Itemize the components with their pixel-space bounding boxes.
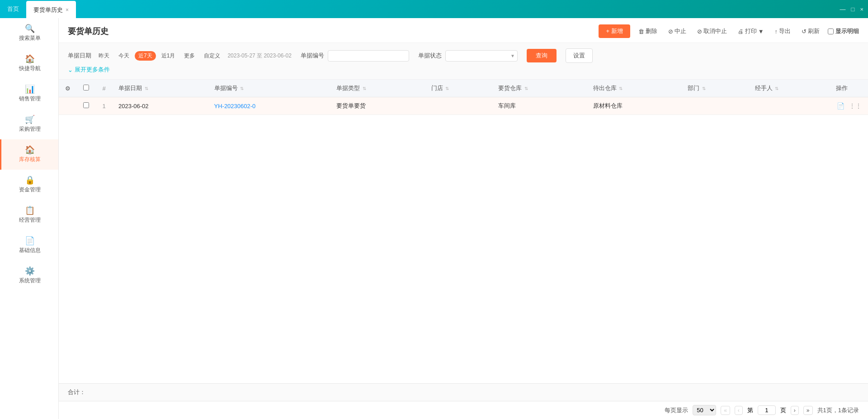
date-1month[interactable]: 近1月 — [158, 51, 179, 61]
doc-number-filter-group: 单据编号 — [301, 50, 409, 62]
lock-icon: 🔒 — [25, 176, 35, 184]
date-filters: 昨天 今天 近7天 近1月 更多 自定义 — [95, 51, 224, 61]
th-doc-date[interactable]: 单据日期 ⇅ — [113, 80, 209, 97]
header-actions: + 新增 🗑 删除 ⊘ 中止 ⊘ 取消中止 🖨 打印 ▼ — [599, 24, 859, 38]
page-label: 第 — [747, 406, 753, 414]
th-pending-warehouse[interactable]: 待出仓库 ⇅ — [588, 80, 682, 97]
table-head: ⚙ # 单据日期 ⇅ 单据编号 ⇅ — [59, 80, 868, 97]
sidebar-item-inventory[interactable]: 🏠 库存核算 — [0, 139, 58, 170]
row-more-icon[interactable]: ⋮⋮ — [848, 101, 863, 110]
td-num: 1 — [95, 97, 113, 115]
prev-page-btn[interactable]: ‹ — [735, 406, 743, 415]
page-size-select[interactable]: 20 50 100 — [693, 405, 716, 415]
page-size-label: 每页显示 — [665, 406, 688, 414]
expand-chevron-icon: ⌄ — [68, 67, 73, 73]
td-req-warehouse: 车间库 — [493, 97, 587, 115]
sidebar-item-finance[interactable]: 🔒 资金管理 — [0, 170, 58, 200]
th-doc-number[interactable]: 单据编号 ⇅ — [209, 80, 331, 97]
th-store[interactable]: 门店 ⇅ — [426, 80, 493, 97]
filter-bar: 单据日期 昨天 今天 近7天 近1月 更多 自定义 2023-05-27 至 2… — [59, 43, 868, 80]
sidebar-item-purchase[interactable]: 🛒 采购管理 — [0, 109, 58, 139]
td-checkbox — [77, 97, 95, 115]
export-button[interactable]: ↑ 导出 — [772, 26, 794, 37]
tab-home-label: 首页 — [7, 5, 19, 13]
sort-doc-date-icon: ⇅ — [145, 86, 148, 91]
th-checkbox — [77, 80, 95, 97]
td-handler — [750, 97, 830, 115]
table-body: 1 2023-06-02 YH-20230602-0 要货单要货 车间库 原材料… — [59, 97, 868, 115]
top-bar-right: — □ × — [840, 6, 868, 13]
top-bar-tabs: 首页 要货单历史 × — [0, 0, 840, 18]
sidebar-item-shortcut[interactable]: 🏠 快捷导航 — [0, 48, 58, 79]
td-doc-type: 要货单要货 — [331, 97, 425, 115]
doc-number-label: 单据编号 — [301, 52, 324, 60]
pagination-bar: 每页显示 20 50 100 « ‹ 第 页 › » 共1页，1条记录 — [59, 401, 868, 419]
expand-more-conditions[interactable]: ⌄ 展开更多条件 — [68, 66, 859, 74]
window-maximize-btn[interactable]: □ — [851, 6, 855, 13]
display-detail-toggle[interactable]: 显示明细 — [828, 27, 859, 35]
window-minimize-btn[interactable]: — — [840, 6, 846, 13]
sidebar-item-search[interactable]: 🔍 搜索菜单 — [0, 18, 58, 48]
page-header: 要货单历史 + 新增 🗑 删除 ⊘ 中止 ⊘ 取消中止 🖨 打印 — [59, 18, 868, 43]
last-page-btn[interactable]: » — [803, 406, 813, 415]
td-doc-number[interactable]: YH-20230602-0 — [209, 97, 331, 115]
row-checkbox[interactable] — [83, 102, 89, 108]
sort-req-warehouse-icon: ⇅ — [524, 86, 528, 91]
sidebar-label-operation: 经营管理 — [19, 216, 41, 224]
date-custom[interactable]: 自定义 — [200, 51, 224, 61]
table-footer: 合计： — [59, 383, 868, 401]
total-info: 共1页，1条记录 — [817, 406, 859, 414]
td-pending-warehouse: 原材料仓库 — [588, 97, 682, 115]
doc-number-link[interactable]: YH-20230602-0 — [214, 103, 256, 110]
sidebar-label-search: 搜索菜单 — [19, 34, 41, 42]
stop-button[interactable]: ⊘ 中止 — [665, 26, 689, 37]
first-page-btn[interactable]: « — [721, 406, 730, 415]
sidebar-item-system[interactable]: ⚙️ 系统管理 — [0, 261, 58, 291]
th-doc-type[interactable]: 单据类型 ⇅ — [331, 80, 425, 97]
date-range-display: 2023-05-27 至 2023-06-02 — [227, 52, 291, 60]
next-page-btn[interactable]: › — [791, 406, 799, 415]
sidebar-item-operation[interactable]: 📋 经营管理 — [0, 200, 58, 230]
tab-requisition-history[interactable]: 要货单历史 × — [26, 1, 76, 19]
tab-home[interactable]: 首页 — [0, 0, 26, 18]
date-today[interactable]: 今天 — [115, 51, 133, 61]
sidebar: 🔍 搜索菜单 🏠 快捷导航 📊 销售管理 🛒 采购管理 🏠 库存核算 🔒 资金管… — [0, 18, 59, 419]
sidebar-item-sales[interactable]: 📊 销售管理 — [0, 79, 58, 109]
td-doc-date: 2023-06-02 — [113, 97, 209, 115]
refresh-icon: ↺ — [802, 28, 807, 35]
th-req-warehouse[interactable]: 要货仓库 ⇅ — [493, 80, 587, 97]
date-7days[interactable]: 近7天 — [135, 51, 156, 61]
new-button[interactable]: + 新增 — [599, 24, 630, 38]
inventory-icon: 🏠 — [25, 146, 35, 154]
td-store — [426, 97, 493, 115]
search-icon: 🔍 — [25, 24, 35, 33]
doc-number-input[interactable] — [328, 50, 409, 62]
th-handler[interactable]: 经手人 ⇅ — [750, 80, 830, 97]
query-button[interactable]: 查询 — [527, 49, 557, 62]
th-settings[interactable]: ⚙ — [59, 80, 77, 97]
display-detail-checkbox[interactable] — [828, 29, 834, 34]
date-more[interactable]: 更多 — [180, 51, 198, 61]
row-edit-icon[interactable]: 📄 — [836, 101, 845, 110]
refresh-button[interactable]: ↺ 刷新 — [799, 26, 822, 37]
select-all-checkbox[interactable] — [83, 85, 89, 90]
doc-status-select[interactable] — [445, 50, 518, 62]
sidebar-label-finance: 资金管理 — [19, 186, 41, 194]
sidebar-item-basic[interactable]: 📄 基础信息 — [0, 230, 58, 261]
window-close-btn[interactable]: × — [860, 6, 863, 13]
td-operation: 📄 ⋮⋮ — [830, 97, 868, 115]
td-department — [682, 97, 750, 115]
delete-button[interactable]: 🗑 删除 — [636, 26, 660, 37]
tab-close-icon[interactable]: × — [66, 7, 69, 13]
date-yesterday[interactable]: 昨天 — [95, 51, 113, 61]
table-row: 1 2023-06-02 YH-20230602-0 要货单要货 车间库 原材料… — [59, 97, 868, 115]
print-button[interactable]: 🖨 打印 ▼ — [735, 26, 767, 37]
sidebar-label-inventory: 库存核算 — [19, 156, 41, 163]
settings-button[interactable]: 设置 — [566, 48, 593, 63]
cancel-stop-button[interactable]: ⊘ 取消中止 — [694, 26, 730, 37]
chart-icon: 📊 — [25, 85, 35, 93]
tab-requisition-label: 要货单历史 — [33, 6, 63, 14]
th-department[interactable]: 部门 ⇅ — [682, 80, 750, 97]
sort-department-icon: ⇅ — [702, 86, 706, 91]
page-number-input[interactable] — [758, 405, 776, 415]
